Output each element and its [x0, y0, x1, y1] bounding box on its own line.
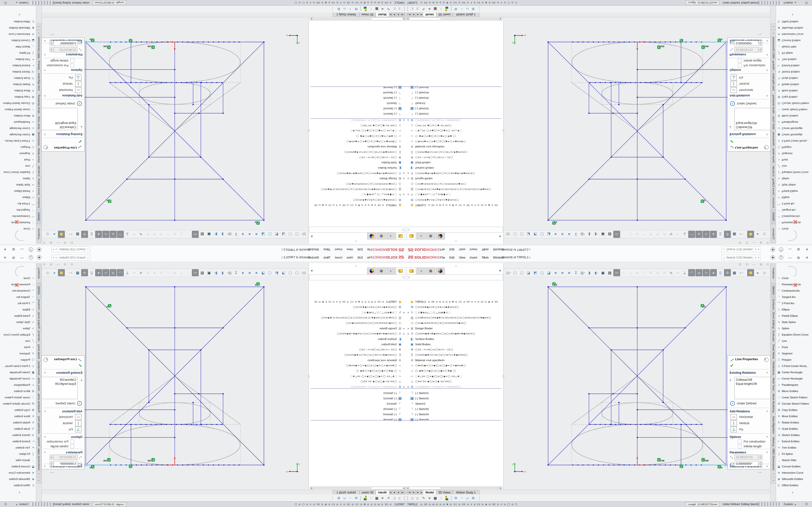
sketch-point[interactable] [115, 424, 116, 425]
menu-edit[interactable]: Edit [355, 248, 365, 251]
tree-row[interactable]: ▱◯✤ᆽ90·◯✳◉[◯◎◯]◉✳◯·09ᆽ✤◯ [350, 374, 405, 379]
toolbar-icon[interactable]: ⊥ [124, 270, 131, 276]
spinner[interactable]: ▲▼ [50, 461, 53, 466]
flyout-item-corner-rectangle[interactable]: ▭Corner Rectangle [9, 126, 36, 131]
child-close-icon[interactable]: ✕ [43, 241, 45, 244]
tree-row[interactable]: ⟂◯ИN°90·◉◯◎◯◉·09°ИN◯ [360, 379, 405, 384]
toolbar-icon[interactable]: ◠ [117, 269, 124, 276]
tab-property-manager[interactable]: ⫞ [387, 233, 396, 239]
sketch-point[interactable] [171, 82, 172, 83]
toolbar-icon[interactable]: ◩ [273, 270, 280, 276]
child-minimize-icon[interactable]: — [57, 263, 59, 266]
sketch-point[interactable] [213, 42, 214, 43]
sketch-point[interactable] [603, 464, 604, 465]
dropdown-icon[interactable]: ▾ [510, 233, 511, 235]
flyout-item-polygon[interactable]: ⬡Polygon [776, 145, 792, 150]
panel-collapse-icon[interactable]: › [311, 235, 313, 238]
tab-motion-study-1[interactable]: Motion Study 1 [333, 12, 360, 17]
more-options-chevron[interactable]: ⌄⌄ [51, 470, 54, 474]
add-relation-fix[interactable]: ⚓Fix [730, 427, 743, 433]
motion-icon[interactable]: ↧ [368, 6, 374, 12]
collapse-icon[interactable]: ∧ [44, 451, 46, 453]
child-restore-icon[interactable]: ⧉ [50, 241, 52, 244]
tree-row[interactable]: ✺◯25·∩✳AM◯◎◯MA✳∩·25◯ [359, 155, 405, 160]
toolbar-icon[interactable]: ✂ [131, 270, 137, 276]
tab-markup[interactable]: Markup [771, 59, 776, 71]
relation-badge[interactable]: ╱3 [718, 465, 722, 469]
tab-appearances[interactable] [367, 268, 376, 274]
flyout-item-spline[interactable]: ∿Spline [776, 176, 789, 181]
sketch-point[interactable] [151, 464, 152, 465]
sketch-point[interactable] [660, 424, 661, 425]
toolbar-icon[interactable]: ◎ [761, 270, 767, 276]
spin-up-icon[interactable]: ▲ [50, 461, 53, 464]
motion-icon[interactable]: ◧ [415, 495, 421, 501]
panel-drag-handle[interactable] [455, 240, 457, 242]
motion-icon[interactable]: ▦ [374, 495, 379, 501]
tab-feature-manager[interactable] [396, 268, 405, 274]
tab-mold-tools[interactable]: Mold Tools [771, 376, 776, 392]
tree-row[interactable]: ▦(-) Sketch6 [383, 85, 405, 90]
scroll-thumb[interactable] [409, 17, 441, 20]
sketch-point[interactable] [598, 42, 599, 43]
collapse-icon[interactable]: ∧ [44, 410, 46, 412]
tab--[interactable]: ⁞ [771, 471, 776, 477]
sketch-point[interactable] [610, 349, 612, 350]
scroll-right-icon[interactable]: ▶ [310, 17, 313, 20]
flyout-item-move-entities[interactable]: ✛Move Entities [776, 413, 798, 419]
sketch-point[interactable] [547, 41, 549, 43]
search-input[interactable]: ◇ Search CAD Models ⌕ ▾ [722, 246, 760, 252]
motion-icon[interactable]: ▱ [464, 495, 470, 501]
motion-icon[interactable]: ◨ [409, 495, 415, 501]
flyout-item-stretch-entities[interactable]: ⇲Stretch Entities [776, 69, 800, 74]
sketch-point[interactable] [675, 464, 676, 465]
toolbar-icon[interactable]: ■ [566, 270, 572, 276]
tree-row[interactable]: ◷◯25◉25ИN3E25◯◎◯253EИN25◉25◯ [346, 321, 405, 326]
toolbar-icon[interactable]: A [661, 231, 667, 237]
sketch-point[interactable] [182, 42, 183, 43]
tree-row[interactable]: ▦(-) Sketch2 [383, 396, 405, 401]
sketch-point[interactable] [680, 82, 681, 83]
toolbar-icon[interactable]: ● [95, 231, 102, 238]
sketch-point[interactable] [649, 464, 650, 465]
close-button[interactable]: ✕ [804, 255, 810, 260]
relation-item[interactable]: Equal length109 [736, 121, 769, 125]
toolbar-icon[interactable]: ▣ [206, 231, 212, 237]
toolbar-icon[interactable]: ⌀ [171, 231, 178, 237]
sketch-point[interactable] [182, 464, 183, 465]
flyout-item-trim-entities[interactable]: ✂Trim Entities [15, 445, 36, 450]
flyout-item-copy-entities[interactable]: ⊞Copy Entities [14, 407, 36, 412]
selection-handle[interactable] [725, 41, 727, 43]
tab--[interactable]: ⁞ [36, 23, 41, 30]
sketch-point[interactable] [126, 178, 128, 180]
sketch-point[interactable] [615, 424, 616, 425]
tab-weldments[interactable]: Weldments [36, 361, 41, 376]
flyout-item-scale-entities[interactable]: ◹Scale Entities [776, 75, 798, 81]
sketch-point[interactable] [686, 82, 687, 83]
tab-markup[interactable]: Markup [771, 436, 776, 448]
flyout-item-silhouette-entities[interactable]: ◈Silhouette Entities [9, 476, 36, 482]
toolbar-icon[interactable]: ⊥ [681, 231, 688, 237]
flyout-more-chevron[interactable]: » [791, 492, 795, 493]
flyout-item-polygon[interactable]: ⬡Polygon [776, 357, 792, 362]
flyout-item-line[interactable]: ╱Line [776, 338, 787, 344]
option-for-construction[interactable]: For construction [738, 440, 765, 444]
option-infinite-length[interactable]: Infinite length [738, 59, 761, 62]
nav-button[interactable]: ◀ [411, 490, 415, 495]
sketch-point[interactable] [547, 219, 549, 221]
selection-handle[interactable] [85, 41, 87, 43]
spin-up-icon[interactable]: ▲ [50, 50, 53, 52]
sketch-point[interactable] [645, 424, 646, 425]
sketch-point[interactable] [166, 82, 167, 83]
panel-drag-handle[interactable] [355, 240, 357, 242]
tree-row[interactable]: └(-) Sketch4 [407, 90, 429, 95]
toolbar-icon[interactable]: ∿ [668, 231, 674, 237]
sketch-point[interactable] [610, 424, 612, 425]
relation-badge[interactable]: =109 [103, 458, 110, 462]
toolbar-icon[interactable]: ◪ [525, 231, 532, 237]
sketch-point[interactable] [211, 424, 212, 425]
sketch-point[interactable] [191, 424, 192, 425]
toolbar-icon[interactable]: ◪ [280, 231, 287, 237]
sketch-point[interactable] [637, 437, 638, 438]
tree-row[interactable]: └(-) Sketch4 [407, 412, 429, 417]
